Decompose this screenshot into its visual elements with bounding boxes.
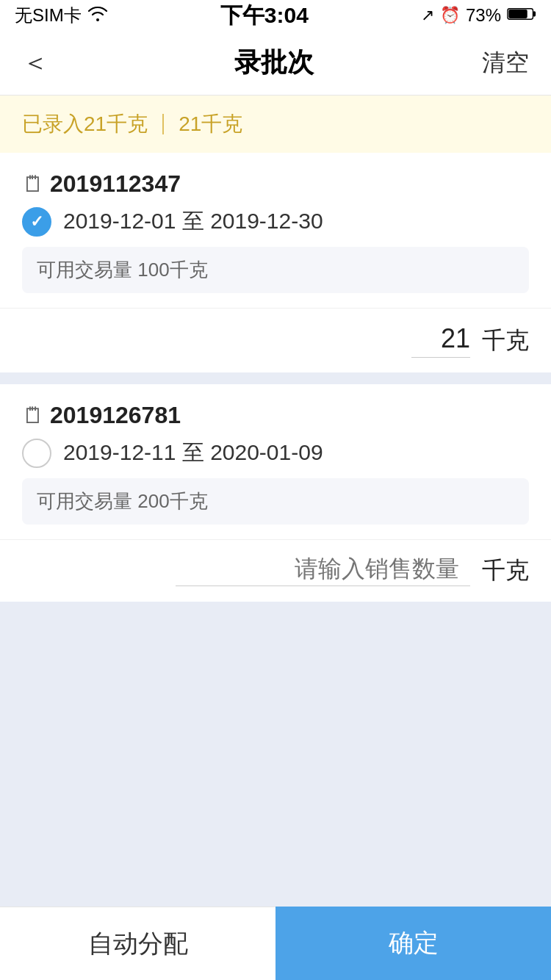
battery-icon [507,5,536,26]
back-button[interactable]: ＜ [22,45,66,81]
clear-button[interactable]: 清空 [482,47,529,79]
batch-1-available: 可用交易量 100千克 [22,247,529,293]
confirm-button[interactable]: 确定 [276,907,551,980]
batch-1-quantity-value-wrapper: 21 [411,323,470,358]
batch-1-header: 🗒 2019112347 [22,170,529,198]
batch-1-quantity-row: 21 千克 [0,308,551,372]
batch-1-radio[interactable] [22,207,51,237]
batch-id-icon-2: 🗒 [22,403,44,428]
svg-rect-2 [508,10,527,18]
status-left: 无SIM卡 [15,4,108,27]
batch-1-quantity-unit: 千克 [482,325,529,357]
recorded-text: 已录入21千克 [22,110,148,138]
carrier-text: 无SIM卡 [15,4,82,27]
wifi-icon [87,5,108,26]
battery-percent: 73% [466,5,501,26]
batch-2-radio[interactable] [22,439,51,468]
batch-id-1: 2019112347 [50,170,181,198]
status-right: ↗ ⏰ 73% [421,5,536,26]
batch-2-input-unit: 千克 [482,555,529,587]
batch-2-date: 2019-12-11 至 2020-01-09 [63,438,323,468]
batch-1-date-row[interactable]: 2019-12-01 至 2019-12-30 [22,206,529,237]
batch-id-2: 2019126781 [50,402,181,429]
page-title: 录批次 [234,45,314,81]
bottom-bar: 自动分配 确定 [0,907,551,980]
auto-distribute-button[interactable]: 自动分配 [0,907,276,980]
nav-bar: ＜ 录批次 清空 [0,31,551,96]
location-icon: ↗ [421,6,434,25]
info-divider [162,114,164,134]
batch-1-quantity-value: 21 [441,323,470,353]
batch-2-input-row: 千克 [0,539,551,602]
alarm-icon: ⏰ [440,6,460,25]
svg-rect-1 [533,11,536,16]
info-amount: 21千克 [179,110,242,138]
batch-2-date-row[interactable]: 2019-12-11 至 2020-01-09 [22,438,529,468]
batch-card-2: 🗒 2019126781 2019-12-11 至 2020-01-09 可用交… [0,384,551,539]
batch-2-quantity-input[interactable] [176,555,470,586]
section-separator [0,372,551,384]
batch-2-header: 🗒 2019126781 [22,402,529,429]
status-bar: 无SIM卡 下午3:04 ↗ ⏰ 73% [0,0,551,31]
batch-1-date: 2019-12-01 至 2019-12-30 [63,206,323,237]
batch-card-1: 🗒 2019112347 2019-12-01 至 2019-12-30 可用交… [0,153,551,308]
batch-id-icon-1: 🗒 [22,172,44,197]
gray-empty-area [0,602,551,940]
status-time: 下午3:04 [220,1,309,31]
info-bar: 已录入21千克 21千克 [0,96,551,153]
batch-2-available: 可用交易量 200千克 [22,478,529,525]
